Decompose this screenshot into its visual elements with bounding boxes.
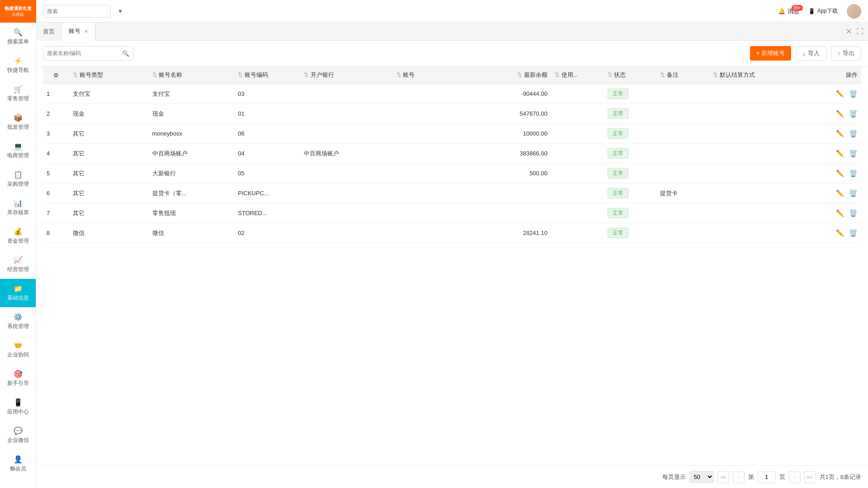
sidebar-item-agreements[interactable]: 🤝企业协同 (0, 336, 36, 364)
delete-icon[interactable]: 🗑️ (849, 110, 858, 118)
edit-icon[interactable]: ✏️ (836, 150, 844, 158)
export-button[interactable]: ↑ 导出 (831, 46, 862, 61)
delete-icon[interactable]: 🗑️ (849, 189, 858, 197)
delete-icon[interactable]: 🗑️ (849, 229, 858, 237)
notification-button[interactable]: 🔔 消息 99+ (778, 7, 799, 15)
col-name-header[interactable]: ⇅ 账号名称 (149, 66, 235, 84)
export-icon: ↑ (838, 50, 841, 57)
delete-icon[interactable]: 🗑️ (849, 130, 858, 138)
logo-text: 畅捷通财生意 (5, 5, 32, 12)
edit-icon[interactable]: ✏️ (836, 229, 844, 237)
row-bank (300, 223, 392, 243)
table-row: 2 现金 现金 01 547670.00 正常 ✏️ 🗑️ (43, 104, 861, 124)
col-balance-header[interactable]: ⇅ 最新余额 (472, 66, 551, 84)
top-search-input[interactable] (43, 5, 111, 18)
row-account (393, 164, 472, 183)
accounts-table: ⚙ ⇅ 账号类型 ⇅ 账号名称 ⇅ 账号编码 ⇅ 开户银行 ⇅ 账号 ⇅ 最新余… (43, 66, 861, 243)
import-button[interactable]: ↓ 导入 (796, 46, 826, 61)
notification-badge: 99+ (792, 5, 803, 11)
delete-icon[interactable]: 🗑️ (849, 90, 858, 98)
sidebar-item-wholesale-manage[interactable]: 📦批发管理 (0, 108, 36, 136)
sidebar-item-app-center[interactable]: 📱应用中心 (0, 393, 36, 421)
col-settings[interactable]: ⚙ (43, 66, 69, 84)
row-num: 5 (43, 164, 69, 183)
edit-icon[interactable]: ✏️ (836, 110, 844, 118)
sidebar-item-operations[interactable]: 📈经营管理 (0, 250, 36, 279)
row-account (393, 84, 472, 104)
next-page-button[interactable]: › (789, 471, 801, 483)
sidebar-item-ecommerce-manage[interactable]: 💻电商管理 (0, 136, 36, 165)
edit-icon[interactable]: ✏️ (836, 209, 844, 217)
delete-icon[interactable]: 🗑️ (849, 150, 858, 158)
bell-icon: 🔔 (778, 8, 785, 14)
row-name: 零售抵现 (149, 203, 235, 223)
total-label: 共1页，8条记录 (820, 473, 861, 481)
row-action: ✏️ 🗑️ (808, 84, 861, 104)
app-download-button[interactable]: 📱 App下载 (808, 7, 838, 15)
sidebar-item-purchase-manage[interactable]: 📋采购管理 (0, 165, 36, 193)
table-body: 1 支付宝 支付宝 03 -90444.00 正常 ✏️ 🗑️ 2 现金 现金 … (43, 84, 861, 243)
table-header: ⚙ ⇅ 账号类型 ⇅ 账号名称 ⇅ 账号编码 ⇅ 开户银行 ⇅ 账号 ⇅ 最新余… (43, 66, 861, 84)
tab-expand-icon[interactable]: ⛶ (856, 28, 863, 36)
sidebar-item-new-guide[interactable]: 🎯新手引导 (0, 364, 36, 393)
top-header-right: 🔔 消息 99+ 📱 App下载 (778, 4, 861, 19)
sidebar-item-finance[interactable]: 💰资金管理 (0, 222, 36, 250)
table-row: 8 微信 微信 02 28241.10 正常 ✏️ 🗑️ (43, 223, 861, 243)
col-account-header[interactable]: ⇅ 账号 (393, 66, 472, 84)
col-type-header[interactable]: ⇅ 账号类型 (69, 66, 148, 84)
col-status-sort-icon: ⇅ (608, 71, 613, 78)
first-page-button[interactable]: ⏮ (717, 471, 729, 483)
sidebar-item-label: 系统管理 (7, 323, 29, 330)
col-bank-header[interactable]: ⇅ 开户银行 (300, 66, 392, 84)
edit-icon[interactable]: ✏️ (836, 189, 844, 197)
tab-close-icon[interactable]: ✕ (84, 28, 88, 34)
row-account (393, 223, 472, 243)
col-code-header[interactable]: ⇅ 账号编码 (234, 66, 300, 84)
sidebar-item-basic-info[interactable]: 📁基础信息 (0, 279, 36, 307)
row-balance: -90444.00 (472, 84, 551, 104)
search-icon[interactable]: 🔍 (122, 50, 129, 57)
sidebar-item-quick-nav[interactable]: ⚡快捷导航 (0, 51, 36, 80)
status-badge: 正常 (608, 228, 628, 238)
new-guide-icon: 🎯 (14, 370, 23, 378)
sidebar-item-retail-manage[interactable]: 🛒零售管理 (0, 80, 36, 108)
col-usage-header[interactable]: ⇅ 使用... (551, 66, 604, 84)
edit-icon[interactable]: ✏️ (836, 130, 844, 138)
download-icon: 📱 (808, 8, 815, 14)
add-account-button[interactable]: + 新增账号 (750, 46, 791, 61)
last-page-button[interactable]: ⏭ (804, 471, 816, 483)
header-dropdown[interactable]: ▼ (118, 8, 123, 14)
edit-icon[interactable]: ✏️ (836, 90, 844, 98)
account-search-input[interactable] (47, 50, 122, 56)
row-note (656, 104, 709, 124)
prev-page-button[interactable]: ‹ (733, 471, 745, 483)
page-size-select[interactable]: 50 100 200 (689, 471, 714, 483)
top-header: ▼ 🔔 消息 99+ 📱 App下载 (36, 0, 868, 23)
row-note (656, 84, 709, 104)
sidebar-item-enterprise-wechat[interactable]: 💬企业微信 (0, 421, 36, 450)
sidebar-item-search-menu[interactable]: 🔍搜索菜单 (0, 23, 36, 51)
tab-home[interactable]: 首页 (36, 23, 62, 41)
sidebar-item-members[interactable]: 👤畅会员 (0, 450, 36, 478)
row-balance: 500.00 (472, 164, 551, 183)
user-avatar[interactable] (847, 4, 861, 19)
delete-icon[interactable]: 🗑️ (849, 169, 858, 178)
logo-sub: 乐惠版 (12, 12, 24, 18)
row-code: PICKUPC... (234, 183, 300, 203)
row-num: 1 (43, 84, 69, 104)
sidebar-item-inventory[interactable]: 📊库存核算 (0, 193, 36, 222)
tab-bar: 首页 账号 ✕ ✕ ⛶ (36, 23, 868, 41)
tab-close-all-icon[interactable]: ✕ (846, 27, 852, 36)
tab-accounts[interactable]: 账号 ✕ (62, 23, 95, 41)
edit-icon[interactable]: ✏️ (836, 169, 844, 178)
page-input[interactable] (758, 471, 776, 483)
col-default-header[interactable]: ⇅ 默认结算方式 (709, 66, 808, 84)
col-status-header[interactable]: ⇅ 状态 (604, 66, 657, 84)
page-suffix: 页 (779, 473, 785, 481)
retail-manage-icon: 🛒 (14, 85, 23, 94)
delete-icon[interactable]: 🗑️ (849, 209, 858, 217)
row-note (656, 164, 709, 183)
col-note-header[interactable]: ⇅ 备注 (656, 66, 709, 84)
row-name: 大新银行 (149, 164, 235, 183)
sidebar-item-system[interactable]: ⚙️系统管理 (0, 307, 36, 336)
